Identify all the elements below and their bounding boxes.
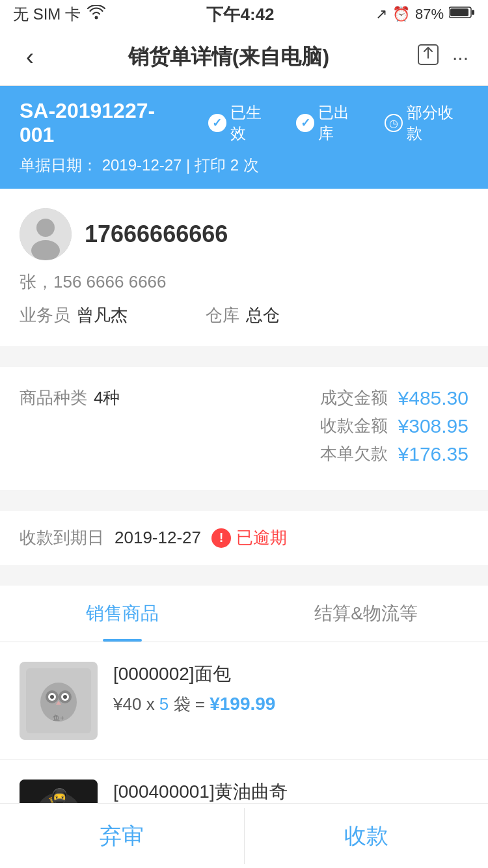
wifi-icon	[87, 5, 105, 23]
svg-point-7	[31, 240, 60, 260]
back-button[interactable]: ‹	[20, 37, 40, 77]
overdue-badge: ! 已逾期	[211, 526, 287, 549]
status-partial-label: 部分收款	[407, 102, 468, 144]
svg-point-15	[63, 695, 67, 699]
deal-amount-value: ¥485.30	[398, 387, 468, 409]
stats-section: 商品种类 4种 成交金额 ¥485.30 收款金额 ¥308.95 本单欠款 ¥…	[0, 367, 488, 490]
status-badge-shipped: ✓ 已出库	[296, 102, 364, 144]
share-icon[interactable]	[417, 44, 439, 70]
svg-rect-2	[472, 10, 474, 15]
due-date-section: 收款到期日 2019-12-27 ! 已逾期	[0, 511, 488, 565]
divider-3	[0, 575, 488, 586]
bottom-bar: 弃审 收款	[0, 803, 488, 868]
status-badge-partial: ◷ 部分收款	[385, 102, 468, 144]
order-id: SA-20191227-001	[20, 99, 189, 147]
warehouse-value: 总仓	[246, 304, 280, 327]
status-shipped-label: 已出库	[318, 102, 365, 144]
check-icon: ✓	[208, 114, 226, 132]
order-date: 2019-12-27	[102, 156, 182, 174]
product-price-1: ¥40 x 5 袋 = ¥199.99	[113, 693, 468, 716]
category-label: 商品种类	[20, 387, 87, 409]
product-name-2: [000400001]黄油曲奇	[113, 780, 468, 804]
nav-actions: ···	[417, 44, 468, 70]
deal-amount-label: 成交金额	[320, 387, 388, 409]
list-item: 鱼+ [0000002]面包 ¥40 x 5 袋 = ¥199.99	[0, 642, 488, 760]
divider-2	[0, 500, 488, 511]
customer-info-row: 业务员 曾凡杰 仓库 总仓	[20, 304, 468, 327]
tab-settlement-label: 结算&物流等	[314, 603, 418, 623]
avatar	[20, 208, 72, 260]
overdue-warning-icon: !	[211, 528, 231, 548]
due-date-label: 收款到期日	[20, 526, 104, 549]
warehouse-label: 仓库	[206, 304, 239, 327]
tab-sales-products-label: 销售商品	[86, 603, 159, 623]
alarm-icon: ⏰	[392, 6, 410, 23]
product-name-1: [0000002]面包	[113, 662, 468, 686]
customer-contact: 张，156 6666 6666	[20, 271, 468, 293]
status-left: 无 SIM 卡	[13, 4, 105, 25]
overdue-text: 已逾期	[236, 526, 287, 549]
location-icon: ↗	[375, 6, 387, 23]
battery-icon	[449, 6, 475, 23]
status-right: ↗ ⏰ 87%	[375, 6, 475, 23]
received-amount-value: ¥308.95	[398, 415, 468, 437]
product-image-1: 鱼+	[20, 662, 98, 740]
more-icon[interactable]: ···	[452, 46, 468, 68]
due-date-value: 2019-12-27	[115, 528, 201, 548]
battery-text: 87%	[415, 6, 444, 23]
nav-bar: ‹ 销货单详情(来自电脑) ···	[0, 29, 488, 86]
received-amount-label: 收款金额	[320, 414, 388, 437]
collect-payment-button[interactable]: 收款	[245, 808, 489, 864]
print-info: | 打印 2 次	[186, 156, 259, 174]
svg-text:鱼+: 鱼+	[53, 714, 64, 722]
status-bar: 无 SIM 卡 下午4:42 ↗ ⏰ 87%	[0, 0, 488, 29]
tab-settlement[interactable]: 结算&物流等	[244, 586, 488, 642]
tabs: 销售商品 结算&物流等	[0, 586, 488, 642]
category-count: 4种	[94, 387, 120, 409]
divider-1	[0, 357, 488, 367]
status-active-label: 已生效	[230, 102, 277, 144]
svg-point-0	[95, 16, 98, 20]
owed-amount-value: ¥176.35	[398, 443, 468, 465]
clock-icon: ◷	[385, 114, 403, 132]
status-badge-active: ✓ 已生效	[208, 102, 277, 144]
status-time: 下午4:42	[206, 3, 274, 26]
svg-point-14	[50, 695, 54, 699]
order-date-info: 单据日期： 2019-12-27 | 打印 2 次	[20, 155, 468, 176]
salesperson-value: 曾凡杰	[77, 304, 128, 327]
check-icon-2: ✓	[296, 114, 314, 132]
customer-section: 17666666666 张，156 6666 6666 业务员 曾凡杰 仓库 总…	[0, 189, 488, 346]
date-label: 单据日期：	[20, 156, 98, 174]
svg-point-6	[36, 219, 55, 237]
customer-name: 17666666666	[85, 221, 228, 248]
abandon-review-button[interactable]: 弃审	[0, 808, 245, 864]
product-info-1: [0000002]面包 ¥40 x 5 袋 = ¥199.99	[113, 662, 468, 716]
order-header: SA-20191227-001 ✓ 已生效 ✓ 已出库 ◷ 部分收款 单据日期：…	[0, 86, 488, 189]
no-sim-text: 无 SIM 卡	[13, 4, 81, 25]
owed-amount-label: 本单欠款	[320, 442, 388, 465]
tab-sales-products[interactable]: 销售商品	[0, 586, 244, 642]
svg-rect-3	[450, 8, 468, 16]
page-title: 销货单详情(来自电脑)	[128, 43, 329, 72]
salesperson-label: 业务员	[20, 304, 70, 327]
